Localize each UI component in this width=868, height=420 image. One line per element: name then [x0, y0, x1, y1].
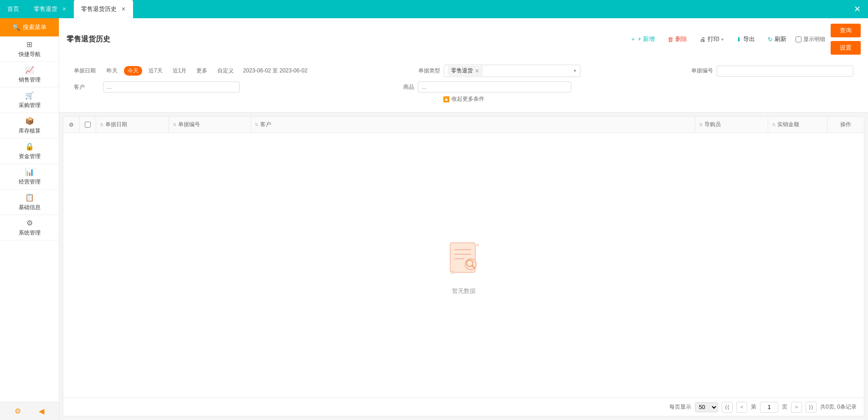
collapse-filter-btn[interactable]: 🔼 收起更多条件: [74, 92, 853, 108]
sidebar-search[interactable]: 🔍 搜索菜单: [0, 18, 59, 36]
column-settings-icon[interactable]: ⚙: [69, 122, 74, 128]
page-header: 零售退货历史 ＋ + 新增 🗑 删除 🖨 打印 ▾: [59, 18, 868, 113]
delete-button[interactable]: 🗑 删除: [664, 33, 691, 45]
sidebar-item-quick-nav[interactable]: ⊞ 快捷导航: [0, 36, 59, 62]
toolbar: ＋ + 新增 🗑 删除 🖨 打印 ▾ ⬇ 导出: [627, 24, 861, 55]
main-layout: 🔍 搜索菜单 ⊞ 快捷导航 📈 销售管理 🛒 采购管理 📦 库存核算 🔒: [0, 18, 868, 420]
export-button[interactable]: ⬇ 导出: [733, 33, 759, 45]
refresh-button-label: 刷新: [775, 35, 786, 43]
sidebar-item-system-mgmt[interactable]: ⚙ 系统管理: [0, 215, 59, 241]
tab-retail-return-history[interactable]: 零售退货历史 ✕: [74, 0, 133, 18]
date-filter: 昨天 今天 近7天 近1月 更多 自定义 2023-06-02 至 2023-0…: [103, 66, 308, 76]
content-area: 零售退货历史 ＋ + 新增 🗑 删除 🖨 打印 ▾: [59, 18, 868, 420]
goods-input[interactable]: [418, 82, 571, 92]
today-btn[interactable]: 今天: [124, 66, 142, 76]
sidebar-item-inventory[interactable]: 📦 库存核算: [0, 113, 59, 138]
nav-label-sales: 销售管理: [19, 76, 41, 84]
customer-input[interactable]: [103, 82, 240, 92]
nav-label-quick-nav: 快捷导航: [19, 51, 41, 58]
col-settings[interactable]: ⚙: [63, 117, 80, 133]
empty-illustration: [441, 236, 487, 282]
last7-btn[interactable]: 近7天: [145, 66, 166, 76]
select-all-checkbox[interactable]: [85, 122, 91, 128]
nav-label-basic: 基础信息: [19, 204, 41, 211]
nav-label-inventory: 库存核算: [19, 127, 41, 135]
data-table: ⚙ ⇅ 单据日期 ⇅ 单据编号 ⇅ 客户 ⇅: [63, 116, 864, 416]
sidebar-item-operation-mgmt[interactable]: 📊 经营管理: [0, 164, 59, 190]
display-detail-row: 显示明细: [796, 36, 825, 43]
tab-retail-return-history-close[interactable]: ✕: [121, 6, 126, 12]
col-action-label: 操作: [840, 121, 851, 128]
basic-icon: 📋: [25, 193, 34, 202]
display-detail-checkbox[interactable]: [796, 36, 801, 42]
type-chevron-icon: ▾: [574, 68, 576, 74]
print-icon: 🖨: [700, 36, 706, 43]
collapse-sidebar-icon[interactable]: ◀: [39, 407, 44, 415]
operation-icon: 📊: [25, 167, 34, 176]
print-button[interactable]: 🖨 打印 ▾: [696, 33, 727, 45]
sort-customer-icon[interactable]: ⇅: [255, 122, 258, 127]
last-month-btn[interactable]: 近1月: [169, 66, 190, 76]
col-checkbox[interactable]: [80, 117, 96, 133]
sidebar-nav: ⊞ 快捷导航 📈 销售管理 🛒 采购管理 📦 库存核算 🔒 资金管理 📊: [0, 36, 59, 402]
custom-btn[interactable]: 自定义: [214, 66, 237, 76]
refresh-button[interactable]: ↻ 刷新: [764, 33, 790, 45]
tab-retail-return-close[interactable]: ✕: [62, 6, 67, 12]
next-page-btn[interactable]: ＞: [791, 402, 802, 413]
collapse-label: 收起更多条件: [452, 95, 484, 103]
type-tag: 零售退货 ✕: [448, 66, 483, 76]
tab-retail-return[interactable]: 零售退货 ✕: [26, 0, 74, 18]
page-number-input[interactable]: [760, 402, 778, 413]
sidebar: 🔍 搜索菜单 ⊞ 快捷导航 📈 销售管理 🛒 采购管理 📦 库存核算 🔒: [0, 18, 59, 420]
prev-page-btn[interactable]: ＜: [736, 402, 747, 413]
type-tag-text: 零售退货: [451, 67, 473, 75]
col-date: ⇅ 单据日期: [96, 117, 169, 133]
delete-icon: 🗑: [668, 36, 673, 43]
top-tab-bar: 首页 零售退货 ✕ 零售退货历史 ✕ ✕: [0, 0, 868, 18]
sort-amount-icon[interactable]: ⇅: [772, 122, 776, 127]
type-select[interactable]: 零售退货 ✕ ▾: [444, 65, 580, 77]
sidebar-item-purchase-mgmt[interactable]: 🛒 采购管理: [0, 87, 59, 113]
date-range-display: 2023-06-02 至 2023-06-02: [243, 67, 307, 75]
plus-icon: ＋: [630, 35, 636, 43]
first-page-btn[interactable]: ⟨⟨: [722, 402, 733, 413]
system-icon: ⚙: [25, 218, 34, 227]
setting-button[interactable]: 设置: [831, 41, 861, 55]
number-input[interactable]: [717, 66, 853, 77]
window-close-button[interactable]: ✕: [854, 4, 868, 14]
filter-row-1: 单据日期 昨天 今天 近7天 近1月 更多 自定义 2023-06-02 至 2…: [74, 65, 853, 77]
finance-icon: 🔒: [25, 142, 34, 151]
print-chevron-icon: ▾: [721, 37, 724, 42]
yesterday-btn[interactable]: 昨天: [103, 66, 121, 76]
col-customer: ⇅ 客户: [251, 117, 695, 133]
page-size-label: 每页显示: [669, 403, 691, 411]
sidebar-item-finance-mgmt[interactable]: 🔒 资金管理: [0, 138, 59, 164]
number-filter-label: 单据编号: [684, 67, 713, 75]
nav-label-operation: 经营管理: [19, 178, 41, 186]
sort-date-icon[interactable]: ⇅: [100, 122, 103, 127]
more-btn[interactable]: 更多: [193, 66, 211, 76]
inventory-icon: 📦: [25, 116, 34, 125]
new-button[interactable]: ＋ + 新增: [627, 33, 658, 45]
svg-point-7: [451, 271, 454, 274]
sidebar-item-sales-mgmt[interactable]: 📈 销售管理: [0, 62, 59, 87]
export-icon: ⬇: [736, 36, 741, 43]
tab-home-label: 首页: [7, 5, 19, 13]
tab-retail-return-history-label: 零售退货历史: [81, 5, 117, 13]
table-header: ⚙ ⇅ 单据日期 ⇅ 单据编号 ⇅ 客户 ⇅: [63, 117, 864, 133]
nav-label-purchase: 采购管理: [19, 102, 41, 109]
pagination: 每页显示 20 50 100 ⟨⟨ ＜ 第 页 ＞ ⟩⟩ 共0页, 0条记录: [63, 398, 864, 416]
sidebar-item-basic-info[interactable]: 📋 基础信息: [0, 190, 59, 215]
sort-guide-icon[interactable]: ⇅: [699, 122, 703, 127]
last-page-btn[interactable]: ⟩⟩: [806, 402, 817, 413]
total-info: 共0页, 0条记录: [820, 403, 857, 411]
col-number-label: 单据编号: [178, 121, 200, 128]
tab-home[interactable]: 首页: [0, 0, 26, 18]
settings-icon[interactable]: ⚙: [15, 407, 21, 415]
empty-text: 暂无数据: [452, 287, 476, 295]
query-button[interactable]: 查询: [831, 24, 861, 37]
page-size-select[interactable]: 20 50 100: [695, 402, 718, 412]
sales-icon: 📈: [25, 65, 34, 74]
sort-number-icon[interactable]: ⇅: [173, 122, 176, 127]
type-tag-close[interactable]: ✕: [475, 68, 479, 74]
